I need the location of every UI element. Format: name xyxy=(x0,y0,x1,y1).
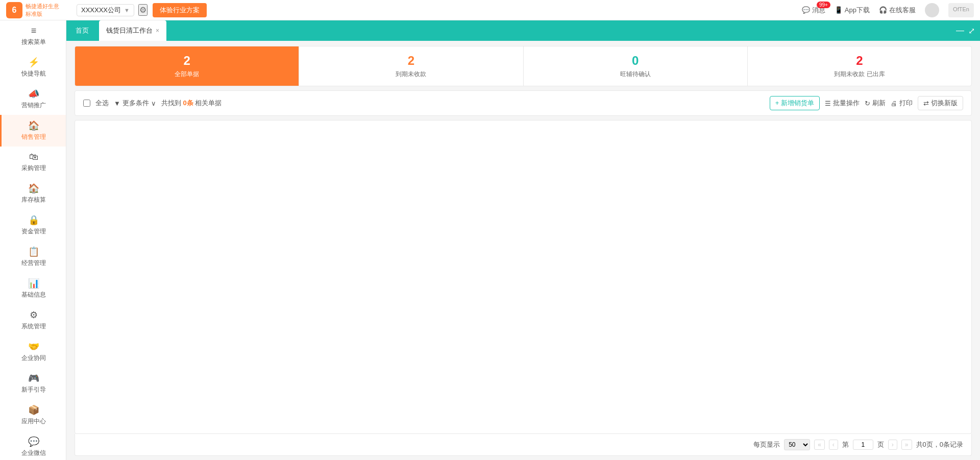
refresh-icon: ↻ xyxy=(865,100,870,107)
page-number-input[interactable] xyxy=(853,440,873,450)
sidebar-item-app-center[interactable]: 📦 应用中心 xyxy=(0,399,66,431)
table-area xyxy=(75,120,972,434)
phone-icon: 📱 xyxy=(835,6,843,14)
sidebar-item-system[interactable]: ⚙ 系统管理 xyxy=(0,304,66,336)
tab-bar-right: — ⤢ xyxy=(956,26,980,36)
top-right-area: 💬 消息 99+ 📱 App下载 🎧 在线客服 OfTEn xyxy=(802,3,974,17)
last-page-button[interactable]: » xyxy=(901,440,912,450)
sidebar-item-finance[interactable]: 🔒 资金管理 xyxy=(0,209,66,241)
card-all[interactable]: 2 全部单据 xyxy=(75,46,299,86)
company-selector[interactable]: XXXXXX公司 ▼ xyxy=(77,4,134,16)
app-download-button[interactable]: 📱 App下载 xyxy=(835,6,870,15)
gear-icon: ⚙ xyxy=(30,309,38,321)
trial-button[interactable]: 体验行业方案 xyxy=(153,3,207,17)
page-label: 第 xyxy=(842,440,849,449)
home-icon: 🏠 xyxy=(28,120,39,131)
tab-home[interactable]: 首页 xyxy=(66,20,98,41)
summary-cards: 2 全部单据 2 到期未收款 0 旺辅待确认 2 到期未收款 已出库 xyxy=(75,46,972,86)
total-records: 共0页，0条记录 xyxy=(916,440,963,449)
prev-page-button[interactable]: ‹ xyxy=(829,440,838,450)
logo-text: 畅捷通好生意 标准版 xyxy=(26,3,59,17)
warehouse-icon: 🏠 xyxy=(28,183,39,194)
logo-icon: 6 xyxy=(6,2,22,18)
sidebar: ≡ 搜索菜单 ⚡ 快捷导航 📣 营销推广 🏠 销售管理 🛍 采购管理 xyxy=(0,20,66,460)
page-content: 2 全部单据 2 到期未收款 0 旺辅待确认 2 到期未收款 已出库 xyxy=(66,41,980,460)
sidebar-item-base-info[interactable]: 📊 基础信息 xyxy=(0,273,66,304)
sidebar-item-operations[interactable]: 📋 经营管理 xyxy=(0,241,66,273)
chevron-icon: ∨ xyxy=(151,100,156,107)
chevron-down-icon: ▼ xyxy=(124,7,130,13)
headset-icon: 🎧 xyxy=(879,6,887,14)
toolbar-right: + 新增销货单 ☰ 批量操作 ↻ 刷新 🖨 打印 xyxy=(770,96,963,110)
card-all-label: 全部单据 xyxy=(84,70,289,79)
gamepad-icon: 🎮 xyxy=(28,373,39,384)
message-button[interactable]: 💬 消息 99+ xyxy=(802,6,825,15)
next-page-button[interactable]: › xyxy=(888,440,897,450)
sidebar-item-guide[interactable]: 🎮 新手引导 xyxy=(0,368,66,399)
print-icon: 🖨 xyxy=(891,100,897,107)
card-shipped-label: 到期未收款 已出库 xyxy=(757,70,962,79)
tab-close-icon[interactable]: × xyxy=(156,27,159,34)
filter-button[interactable]: ▼ 更多条件 ∨ xyxy=(114,99,156,108)
table-empty-state xyxy=(75,120,971,325)
sidebar-item-enterprise[interactable]: 🤝 企业协同 xyxy=(0,336,66,368)
select-all-checkbox[interactable] xyxy=(83,100,90,107)
search-icon: ≡ xyxy=(31,26,37,36)
logo-area: 6 畅捷通好生意 标准版 xyxy=(6,2,72,18)
refresh-button[interactable]: ↻ 刷新 xyxy=(865,99,886,108)
sidebar-nav: ≡ 搜索菜单 ⚡ 快捷导航 📣 营销推广 🏠 销售管理 🛍 采购管理 xyxy=(0,20,66,460)
tab-maximize-button[interactable]: ⤢ xyxy=(968,26,975,36)
chat-icon: 💬 xyxy=(28,436,39,447)
message-icon: 💬 xyxy=(802,6,810,14)
sidebar-item-purchase[interactable]: 🛍 采购管理 xyxy=(0,147,66,178)
lock-icon: 🔒 xyxy=(28,214,39,226)
per-page-select[interactable]: 50 100 200 xyxy=(784,439,810,450)
flash-icon: ⚡ xyxy=(28,57,39,68)
card-all-count: 2 xyxy=(84,54,289,68)
box-icon: 📦 xyxy=(28,404,39,416)
page-suffix: 页 xyxy=(877,440,884,449)
batch-icon: ☰ xyxy=(825,100,831,107)
add-sales-order-button[interactable]: + 新增销货单 xyxy=(770,96,820,110)
sidebar-item-search[interactable]: ≡ 搜索菜单 xyxy=(0,20,66,52)
found-text: 共找到 0条 相关单据 xyxy=(161,99,222,108)
filter-icon: ▼ xyxy=(114,100,120,107)
megaphone-icon: 📣 xyxy=(28,88,39,100)
sidebar-item-marketing[interactable]: 📣 营销推广 xyxy=(0,83,66,115)
pagination: 每页显示 50 100 200 « ‹ 第 页 › » 共0页，0条记录 xyxy=(75,434,972,456)
sidebar-item-sales[interactable]: 🏠 销售管理 xyxy=(0,115,66,147)
batch-op-button[interactable]: ☰ 批量操作 xyxy=(825,99,860,108)
bag-icon: 🛍 xyxy=(29,152,38,162)
per-page-label: 每页显示 xyxy=(753,440,780,449)
select-all-label: 全选 xyxy=(95,99,109,108)
avatar[interactable] xyxy=(925,3,939,17)
grid-icon: 📊 xyxy=(28,278,39,289)
toolbar: 全选 ▼ 更多条件 ∨ 共找到 0条 相关单据 + 新增销货 xyxy=(75,90,972,116)
tab-bar: 首页 钱货日清工作台 × — ⤢ xyxy=(66,20,980,41)
content-area: 首页 钱货日清工作台 × — ⤢ 2 全部单据 xyxy=(66,20,980,460)
sidebar-item-wechat[interactable]: 💬 企业微信 xyxy=(0,431,66,460)
card-pending-count: 0 xyxy=(533,54,738,68)
card-shipped-count: 2 xyxy=(757,54,962,68)
switch-version-button[interactable]: ⇄ 切换新版 xyxy=(918,96,963,110)
card-pending-label: 旺辅待确认 xyxy=(533,70,738,79)
tab-minimize-button[interactable]: — xyxy=(956,26,964,35)
clipboard-icon: 📋 xyxy=(28,246,39,257)
tab-active[interactable]: 钱货日清工作台 × xyxy=(99,20,166,41)
card-pending[interactable]: 0 旺辅待确认 xyxy=(524,46,748,86)
settings-button[interactable]: ⚙ xyxy=(138,4,148,16)
print-button[interactable]: 🖨 打印 xyxy=(891,99,913,108)
first-page-button[interactable]: « xyxy=(814,440,825,450)
sidebar-item-quick-nav[interactable]: ⚡ 快捷导航 xyxy=(0,52,66,83)
user-name-area: OfTEn xyxy=(948,3,974,17)
message-badge: 99+ xyxy=(817,2,830,8)
card-shipped[interactable]: 2 到期未收款 已出库 xyxy=(748,46,971,86)
sidebar-item-inventory[interactable]: 🏠 库存核算 xyxy=(0,178,66,209)
card-overdue[interactable]: 2 到期未收款 xyxy=(299,46,523,86)
switch-icon: ⇄ xyxy=(923,100,929,107)
card-overdue-count: 2 xyxy=(308,54,513,68)
found-count: 0条 xyxy=(183,99,193,107)
handshake-icon: 🤝 xyxy=(28,341,39,352)
online-service-button[interactable]: 🎧 在线客服 xyxy=(879,6,916,15)
card-overdue-label: 到期未收款 xyxy=(308,70,513,79)
